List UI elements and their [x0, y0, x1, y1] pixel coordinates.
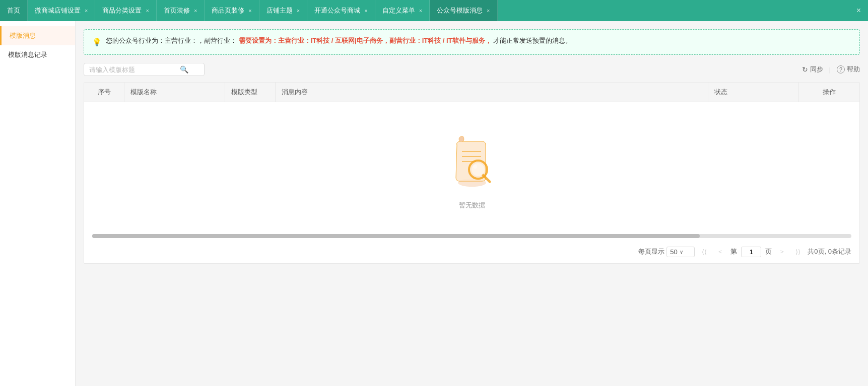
notice-suffix: 才能正常发送预置的消息。	[493, 37, 572, 44]
close-template-msg-icon[interactable]: ×	[487, 8, 490, 14]
nav-tab-custom-menu-label: 自定义菜单	[382, 6, 415, 15]
main-content: 💡 您的公众号行业为：主营行业：，副营行业： 需要设置为：主营行业：IT科技 /…	[76, 21, 868, 386]
nav-tab-product-category[interactable]: 商品分类设置 ×	[95, 0, 156, 21]
notice-icon: 💡	[92, 36, 102, 48]
nav-tab-open-store[interactable]: 开通公众号商城 ×	[307, 0, 375, 21]
pagination: 每页显示 50 ∨ ⟨⟨ ＜ 第 页 ＞ ⟩⟩ 共0页, 0条记录	[84, 242, 859, 263]
th-content: 消息内容	[276, 83, 708, 102]
search-input[interactable]	[89, 66, 180, 73]
sidebar-item-template-msg-record-label: 模版消息记录	[8, 51, 47, 58]
total-info: 共0页, 0条记录	[808, 247, 851, 256]
notice-prefix: 您的公众号行业为：主营行业：，副营行业：	[106, 37, 237, 44]
page-size-label: 每页显示	[638, 247, 664, 256]
help-icon: ?	[837, 65, 845, 73]
prev-page-button[interactable]: ＜	[714, 246, 726, 257]
nav-tab-store-theme-label: 店铺主题	[266, 6, 293, 15]
page-label-before: 第	[730, 247, 737, 256]
nav-tab-home-decor[interactable]: 首页装修 ×	[157, 0, 205, 21]
nav-tab-product-decor-label: 商品页装修	[212, 6, 244, 15]
empty-text: 暂无数据	[459, 201, 485, 210]
nav-tab-micro-store-label: 微商城店铺设置	[35, 6, 81, 15]
last-page-button[interactable]: ⟩⟩	[792, 247, 804, 257]
page-label-after: 页	[765, 247, 772, 256]
nav-tab-product-decor[interactable]: 商品页装修 ×	[205, 0, 259, 21]
close-store-theme-icon[interactable]: ×	[297, 8, 300, 14]
empty-state: 暂无数据	[84, 102, 859, 230]
search-bar: 🔍 ↻ 同步 | ? 帮助	[84, 63, 860, 76]
nav-tab-template-msg[interactable]: 公众号模版消息 ×	[430, 0, 497, 21]
nav-tab-product-category-label: 商品分类设置	[102, 6, 142, 15]
nav-tab-store-theme[interactable]: 店铺主题 ×	[259, 0, 307, 21]
main-layout: 模版消息 模版消息记录 💡 您的公众号行业为：主营行业：，副营行业： 需要设置为…	[0, 21, 868, 386]
scrollbar-thumb[interactable]	[92, 234, 700, 238]
close-product-decor-icon[interactable]: ×	[248, 8, 251, 14]
nav-tab-home-label: 首页	[7, 6, 20, 15]
close-all-tabs-button[interactable]: ×	[849, 6, 868, 15]
svg-point-7	[473, 165, 477, 169]
th-type: 模版类型	[225, 83, 276, 102]
help-label: 帮助	[847, 65, 860, 74]
nav-tab-home[interactable]: 首页	[0, 0, 28, 21]
nav-tab-open-store-label: 开通公众号商城	[314, 6, 360, 15]
table-header: 序号 模版名称 模版类型 消息内容 状态 操作	[84, 83, 859, 102]
top-navigation: 首页 微商城店铺设置 × 商品分类设置 × 首页装修 × 商品页装修 × 店铺主…	[0, 0, 868, 21]
search-icon[interactable]: 🔍	[180, 65, 188, 73]
sidebar: 模版消息 模版消息记录	[0, 21, 76, 386]
search-input-wrap: 🔍	[84, 63, 205, 76]
refresh-icon: ↻	[802, 65, 808, 73]
nav-tab-home-decor-label: 首页装修	[164, 6, 190, 15]
page-number-input[interactable]	[741, 247, 761, 257]
next-page-button[interactable]: ＞	[776, 246, 788, 257]
th-seq: 序号	[84, 83, 124, 102]
close-micro-store-icon[interactable]: ×	[85, 8, 88, 14]
sync-button[interactable]: ↻ 同步	[802, 65, 823, 74]
help-button[interactable]: ? 帮助	[837, 65, 860, 74]
close-product-category-icon[interactable]: ×	[146, 8, 149, 14]
notice-text: 您的公众号行业为：主营行业：，副营行业： 需要设置为：主营行业：IT科技 / 互…	[106, 36, 572, 46]
sync-label: 同步	[810, 65, 823, 74]
divider: |	[829, 66, 831, 73]
sidebar-item-template-msg-label: 模版消息	[10, 32, 36, 39]
nav-tab-template-msg-label: 公众号模版消息	[437, 6, 483, 15]
close-custom-menu-icon[interactable]: ×	[419, 8, 422, 14]
close-open-store-icon[interactable]: ×	[364, 8, 367, 14]
nav-tab-micro-store[interactable]: 微商城店铺设置 ×	[28, 0, 95, 21]
empty-illustration	[442, 132, 502, 193]
search-actions: ↻ 同步 | ? 帮助	[802, 65, 860, 74]
first-page-button[interactable]: ⟨⟨	[699, 247, 710, 257]
svg-point-6	[472, 163, 485, 176]
sidebar-item-template-msg[interactable]: 模版消息	[0, 26, 75, 45]
horizontal-scrollbar[interactable]	[92, 234, 851, 238]
sidebar-item-template-msg-record[interactable]: 模版消息记录	[0, 45, 75, 64]
page-size-value: 50	[670, 248, 677, 256]
data-table: 序号 模版名称 模版类型 消息内容 状态 操作	[84, 82, 860, 264]
close-home-decor-icon[interactable]: ×	[194, 8, 197, 14]
notice-bar: 💡 您的公众号行业为：主营行业：，副营行业： 需要设置为：主营行业：IT科技 /…	[84, 29, 860, 55]
notice-highlight: 需要设置为：主营行业：IT科技 / 互联网|电子商务，副营行业：IT科技 / I…	[239, 37, 492, 44]
page-size-selector: 每页显示 50 ∨	[638, 247, 695, 257]
th-status: 状态	[708, 83, 799, 102]
th-name: 模版名称	[124, 83, 225, 102]
page-size-select-dropdown[interactable]: 50 ∨	[666, 247, 695, 257]
chevron-down-icon: ∨	[680, 249, 683, 255]
th-action: 操作	[799, 83, 859, 102]
nav-tab-custom-menu[interactable]: 自定义菜单 ×	[375, 0, 430, 21]
